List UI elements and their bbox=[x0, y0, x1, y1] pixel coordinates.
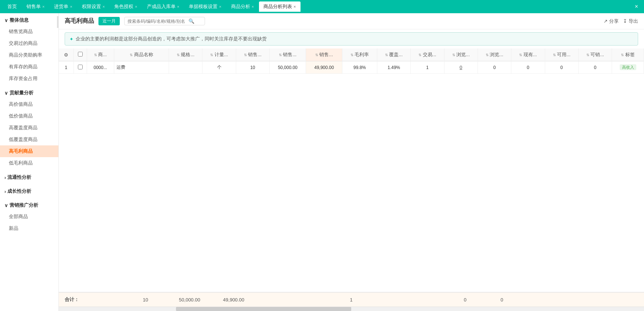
th-name[interactable]: ⇅ 商品名称 bbox=[114, 48, 169, 61]
info-icon: ✦ bbox=[69, 36, 73, 42]
sidebar-item-new-products[interactable]: 新品 bbox=[0, 223, 58, 234]
td-gross-margin: 99.8% bbox=[342, 61, 377, 74]
sidebar-group-marketing: ∨ 营销推广分析 全部商品 新品 bbox=[0, 198, 58, 236]
td-unit: 个 bbox=[202, 61, 236, 74]
share-button[interactable]: ↗ 分享 bbox=[604, 18, 619, 25]
td-transactions: 1 bbox=[411, 61, 444, 74]
th-settings[interactable]: ⚙ bbox=[59, 48, 73, 61]
th-transactions[interactable]: ⇅ 交易... bbox=[411, 48, 444, 61]
filter-recent-month-button[interactable]: 近一月 bbox=[98, 17, 120, 25]
td-current: 0 bbox=[511, 61, 545, 74]
td-index: 1 bbox=[59, 61, 73, 74]
th-available[interactable]: ⇅ 可用... bbox=[545, 48, 578, 61]
tab-permissions[interactable]: 权限设置 × bbox=[78, 1, 109, 12]
chevron-down-icon: ∨ bbox=[4, 90, 8, 96]
th-spec[interactable]: ⇅ 规格... bbox=[169, 48, 202, 61]
select-all-checkbox[interactable] bbox=[78, 52, 83, 57]
close-icon[interactable]: × bbox=[294, 4, 296, 9]
close-icon[interactable]: × bbox=[252, 4, 254, 9]
sidebar-item-high-value[interactable]: 高价值商品 bbox=[0, 98, 58, 110]
sidebar-item-low-value[interactable]: 低价值商品 bbox=[0, 110, 58, 122]
search-input[interactable] bbox=[127, 19, 186, 24]
sidebar-item-high-coverage[interactable]: 高覆盖度商品 bbox=[0, 122, 58, 134]
th-code[interactable]: ⇅ 商... bbox=[87, 48, 114, 61]
sidebar-group-overall: ∨ 整体信息 销售览商品 交易过的商品 商品分类助购率 有库存的商品 库存资金占… bbox=[0, 13, 58, 86]
sidebar-item-all-products[interactable]: 全部商品 bbox=[0, 211, 58, 223]
tab-analysis-list[interactable]: 商品分析列表 × bbox=[259, 1, 300, 12]
td-spec bbox=[169, 61, 202, 74]
sidebar-group-liquidity: › 流通性分析 bbox=[0, 170, 58, 184]
close-icon[interactable]: × bbox=[135, 4, 137, 9]
sidebar-group-growth-title[interactable]: › 成长性分析 bbox=[0, 186, 58, 197]
sidebar-collapse-button[interactable]: « bbox=[57, 16, 59, 28]
th-sales-profit[interactable]: ⇅ 销售... bbox=[306, 48, 342, 61]
table-header-row: ⚙ ⇅ 商... ⇅ 商品名称 bbox=[59, 48, 644, 61]
tab-analysis[interactable]: 商品分析 × bbox=[227, 1, 258, 12]
main-area: « ∨ 整体信息 销售览商品 交易过的商品 商品分类助购率 有库存的商品 库存资… bbox=[0, 13, 644, 311]
th-views2[interactable]: ⇅ 浏览... bbox=[478, 48, 511, 61]
footer-available: 0 bbox=[483, 297, 520, 303]
export-button[interactable]: ↧ 导出 bbox=[623, 18, 638, 25]
totals-label: 合计： bbox=[65, 296, 123, 303]
tag-badge: 高收入 bbox=[620, 64, 636, 70]
td-views2: 0 bbox=[478, 61, 511, 74]
td-sales-profit: 49,900.00 bbox=[306, 61, 342, 74]
th-checkbox[interactable] bbox=[73, 48, 87, 61]
top-nav: 首页 销售单 × 进货单 × 权限设置 × 角色授权 × 产成品入库单 × 单据… bbox=[0, 0, 644, 13]
sidebar-item-in-stock[interactable]: 有库存的商品 bbox=[0, 61, 58, 73]
th-gross-margin[interactable]: ⇅ 毛利率 bbox=[342, 48, 377, 61]
sidebar-item-sales-products[interactable]: 销售览商品 bbox=[0, 26, 58, 37]
th-sales-amount[interactable]: ⇅ 销售... bbox=[270, 48, 306, 61]
footer-current: 0 bbox=[447, 297, 483, 303]
tab-template[interactable]: 单据模板设置 × bbox=[184, 1, 226, 12]
sidebar-item-low-coverage[interactable]: 低覆盖度商品 bbox=[0, 134, 58, 145]
sidebar-item-low-margin[interactable]: 低毛利商品 bbox=[0, 157, 58, 169]
th-saleable[interactable]: ⇅ 可销... bbox=[578, 48, 612, 61]
sidebar-group-overall-title[interactable]: ∨ 整体信息 bbox=[0, 15, 58, 26]
th-unit[interactable]: ⇅ 计量... bbox=[202, 48, 236, 61]
close-icon[interactable]: × bbox=[177, 4, 179, 9]
tab-roles[interactable]: 角色授权 × bbox=[110, 1, 141, 12]
sidebar-group-contribution: ∨ 贡献量分析 高价值商品 低价值商品 高覆盖度商品 低覆盖度商品 高毛利商品 … bbox=[0, 86, 58, 170]
sidebar-item-high-margin[interactable]: 高毛利商品 bbox=[0, 145, 58, 157]
sidebar-item-stock-capital[interactable]: 库存资金占用 bbox=[0, 73, 58, 84]
footer-transactions: 1 bbox=[329, 297, 373, 303]
th-current[interactable]: ⇅ 现有... bbox=[511, 48, 545, 61]
td-views1[interactable]: 0 bbox=[444, 61, 478, 74]
th-sales-qty[interactable]: ⇅ 销售... bbox=[236, 48, 269, 61]
settings-icon[interactable]: ⚙ bbox=[64, 52, 68, 58]
chevron-down-icon: ∨ bbox=[4, 203, 8, 208]
close-icon[interactable]: × bbox=[42, 4, 44, 9]
th-views1[interactable]: ⇅ 浏览... bbox=[444, 48, 478, 61]
tab-inventory[interactable]: 产成品入库单 × bbox=[143, 1, 184, 12]
sidebar-group-liquidity-title[interactable]: › 流通性分析 bbox=[0, 172, 58, 183]
sidebar-item-category-rate[interactable]: 商品分类助购率 bbox=[0, 49, 58, 61]
sidebar-group-contribution-title[interactable]: ∨ 贡献量分析 bbox=[0, 87, 58, 98]
close-icon[interactable]: × bbox=[219, 4, 221, 9]
sidebar-item-traded-products[interactable]: 交易过的商品 bbox=[0, 37, 58, 49]
page-title: 高毛利商品 bbox=[65, 17, 94, 25]
tab-purchase[interactable]: 进货单 × bbox=[50, 1, 76, 12]
close-icon[interactable]: × bbox=[70, 4, 72, 9]
tab-sales[interactable]: 销售单 × bbox=[22, 1, 49, 12]
table-container: ⚙ ⇅ 商... ⇅ 商品名称 bbox=[59, 48, 644, 292]
totals-values: 10 50,000.00 49,900.00 1 0 0 bbox=[123, 297, 638, 303]
window-close-button[interactable]: × bbox=[632, 3, 641, 10]
scrollbar-thumb[interactable] bbox=[176, 307, 352, 311]
td-checkbox[interactable] bbox=[73, 61, 87, 74]
footer-spacer1 bbox=[256, 297, 329, 303]
row-checkbox[interactable] bbox=[78, 65, 83, 69]
td-sales-qty: 10 bbox=[236, 61, 269, 74]
sidebar-group-growth: › 成长性分析 bbox=[0, 184, 58, 198]
search-icon[interactable]: 🔍 bbox=[188, 18, 194, 24]
horizontal-scrollbar[interactable] bbox=[59, 307, 644, 311]
th-coverage[interactable]: ⇅ 覆盖... bbox=[377, 48, 410, 61]
footer-spacer2 bbox=[373, 297, 447, 303]
product-table: ⚙ ⇅ 商... ⇅ 商品名称 bbox=[59, 48, 644, 74]
tab-home[interactable]: 首页 bbox=[3, 1, 21, 12]
sidebar-group-marketing-title[interactable]: ∨ 营销推广分析 bbox=[0, 200, 58, 211]
th-tag[interactable]: ⇅ 标签 bbox=[612, 48, 644, 61]
close-icon[interactable]: × bbox=[102, 4, 105, 9]
header-actions: ↗ 分享 ↧ 导出 bbox=[604, 18, 638, 25]
td-sales-amount: 50,000.00 bbox=[270, 61, 306, 74]
